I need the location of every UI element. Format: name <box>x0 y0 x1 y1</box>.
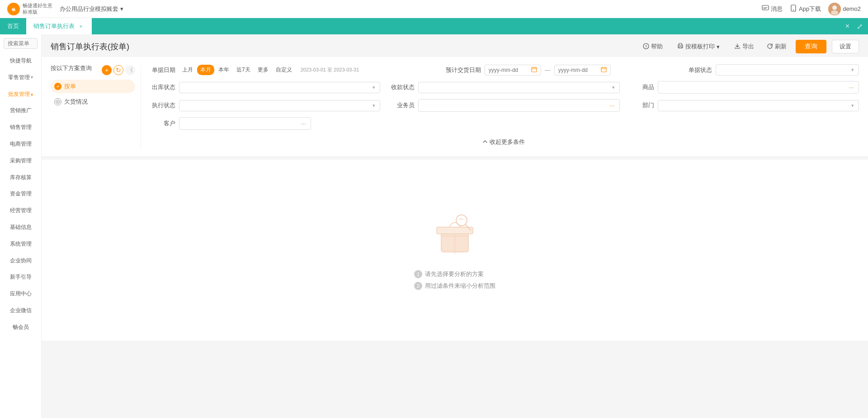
page-wrapper: 销售订单执行表(按单) ? 帮助 <box>42 34 868 341</box>
sidebar-item-basic[interactable]: 基础信息 <box>0 219 41 236</box>
wholesale-chevron-icon: ▴ <box>31 91 33 97</box>
tip-text-1: 请先选择要分析的方案 <box>425 270 484 278</box>
filter-left-title: 按以下方案查询 <box>51 64 92 72</box>
svg-text:?: ? <box>645 44 647 49</box>
salesperson-dots-icon[interactable]: ··· <box>609 102 615 109</box>
expected-end-date-field[interactable] <box>558 67 599 73</box>
product-dots-icon[interactable]: ··· <box>849 84 854 91</box>
content-area: 销售订单执行表(按单) ? 帮助 <box>42 34 868 418</box>
empty-tip-2: 2 用过滤条件来缩小分析范围 <box>414 282 495 290</box>
username-label: demo2 <box>843 5 861 12</box>
date-current-month-btn[interactable]: 本月 <box>197 65 214 75</box>
sidebar-item-ecommerce[interactable]: 电商管理 <box>0 136 41 152</box>
refresh-icon <box>767 43 773 51</box>
sidebar-label-system: 系统管理 <box>10 241 32 247</box>
date-prev-month-btn[interactable]: 上月 <box>179 65 196 75</box>
sidebar-label-purchase: 采购管理 <box>10 157 32 164</box>
add-plan-button[interactable]: + <box>102 65 112 75</box>
sidebar-item-retail[interactable]: 零售管理 ▾ <box>0 69 41 86</box>
execution-label: 执行状态 <box>148 101 175 109</box>
tab-close-icon[interactable]: × <box>77 23 85 30</box>
sidebar-label-ecommerce: 电商管理 <box>10 141 32 147</box>
plan-item-arrears[interactable]: 欠货情况 <box>51 95 135 109</box>
collapse-chevron-icon <box>482 139 488 146</box>
sidebar-item-quick-nav[interactable]: 快捷导航 <box>0 52 41 69</box>
main-layout: 快捷导航 零售管理 ▾ 批发管理 ▴ 营销推广 销售管理 电商管理 采购管理 库… <box>0 34 868 418</box>
sidebar-item-inventory[interactable]: 库存核算 <box>0 169 41 186</box>
sidebar-item-operations[interactable]: 经营管理 <box>0 202 41 219</box>
tab-home[interactable]: 首页 <box>0 18 26 34</box>
export-button[interactable]: 导出 <box>731 41 758 52</box>
date-custom-btn[interactable]: 自定义 <box>273 65 295 75</box>
print-button[interactable]: 按模板打印 ▾ <box>672 40 725 53</box>
export-icon <box>734 43 741 51</box>
plan-item-press-order[interactable]: 按单 <box>51 80 135 93</box>
svg-point-4 <box>793 10 794 10</box>
dept-select[interactable]: ▾ <box>658 100 859 111</box>
sidebar-item-wholesale[interactable]: 批发管理 ▴ <box>0 86 41 103</box>
customer-dots-icon[interactable]: ··· <box>301 120 306 127</box>
sidebar-label-member: 畅会员 <box>13 324 29 330</box>
product-label: 商品 <box>627 83 654 91</box>
status-select[interactable]: ▾ <box>716 64 859 76</box>
collapse-conditions-button[interactable]: 收起更多条件 <box>148 135 859 149</box>
tab-sales-order-execution[interactable]: 销售订单执行表 × <box>26 18 92 34</box>
sidebar-item-system[interactable]: 系统管理 <box>0 236 41 252</box>
svg-point-15 <box>57 101 59 103</box>
outbound-select[interactable]: ▾ <box>179 82 380 93</box>
product-input[interactable]: ··· <box>658 81 859 94</box>
message-action[interactable]: 消息 <box>762 5 783 13</box>
query-button[interactable]: 查询 <box>796 40 826 53</box>
sidebar-label-wechat: 企业微信 <box>10 307 32 314</box>
sidebar-item-sales[interactable]: 销售管理 <box>0 119 41 136</box>
svg-rect-16 <box>532 67 537 72</box>
execution-select[interactable]: ▾ <box>179 100 380 111</box>
search-input[interactable] <box>4 38 38 49</box>
user-area[interactable]: demo2 <box>828 3 861 15</box>
sidebar-item-wechat[interactable]: 企业微信 <box>0 302 41 319</box>
salesperson-input[interactable]: ··· <box>418 99 619 112</box>
sidebar-item-finance[interactable]: 资金管理 <box>0 185 41 202</box>
refresh-button[interactable]: 刷新 <box>763 41 790 52</box>
svg-rect-19 <box>437 227 473 234</box>
sidebar-item-newbie[interactable]: 新手引导 <box>0 269 41 285</box>
collapse-panel-button[interactable]: 《 <box>125 65 135 75</box>
sidebar-item-marketing[interactable]: 营销推广 <box>0 102 41 119</box>
customer-input[interactable]: ··· <box>179 117 311 130</box>
execution-chevron-icon: ▾ <box>373 103 375 109</box>
plan-label-press-order: 按单 <box>64 82 76 90</box>
sidebar-item-member[interactable]: 畅会员 <box>0 319 41 336</box>
print-label: 按模板打印 <box>685 43 715 51</box>
tab-home-label: 首页 <box>7 22 19 30</box>
sidebar-item-search[interactable] <box>0 34 41 52</box>
expected-date-label: 预计交货日期 <box>446 66 481 74</box>
filter-row-2: 出库状态 ▾ 收款状态 ▾ <box>148 81 859 94</box>
outbound-filter-group: 出库状态 ▾ <box>148 82 380 93</box>
refresh-plan-button[interactable]: ↻ <box>113 65 123 75</box>
refresh-label: 刷新 <box>775 43 787 51</box>
app-download-action[interactable]: App下载 <box>790 5 821 13</box>
date-more-btn[interactable]: 更多 <box>255 65 272 75</box>
print-icon <box>677 43 684 51</box>
date-year-btn[interactable]: 本年 <box>215 65 232 75</box>
company-chevron-icon: ▾ <box>120 5 123 12</box>
receipt-chevron-icon: ▾ <box>612 85 615 90</box>
help-button[interactable]: ? 帮助 <box>639 41 666 52</box>
sidebar-item-cooperation[interactable]: 企业协同 <box>0 252 41 269</box>
receipt-select[interactable]: ▾ <box>418 82 619 93</box>
sidebar-label-inventory: 库存核算 <box>10 174 32 180</box>
sidebar-item-appstore[interactable]: 应用中心 <box>0 285 41 302</box>
tab-maximize-icon[interactable]: ⤢ <box>855 20 864 33</box>
page-title: 销售订单执行表(按单) <box>51 41 129 52</box>
tab-close-window-icon[interactable]: × <box>844 20 851 32</box>
settings-button[interactable]: 设置 <box>832 40 859 53</box>
expected-start-date-field[interactable] <box>489 67 529 73</box>
filter-right-panel: 单据日期 上月 本月 本年 近7天 更多 自定义 2023-03-01 至 20… <box>141 64 859 149</box>
export-label: 导出 <box>742 43 754 51</box>
svg-rect-11 <box>679 43 682 45</box>
date-week-btn[interactable]: 近7天 <box>233 65 254 75</box>
sidebar-item-purchase[interactable]: 采购管理 <box>0 152 41 169</box>
company-selector[interactable]: 办公用品行业模拟账套 ▾ <box>56 3 127 15</box>
expected-date-end-input <box>554 65 611 76</box>
date-filter-group: 单据日期 上月 本月 本年 近7天 更多 自定义 2023-03-01 至 20… <box>148 65 439 75</box>
